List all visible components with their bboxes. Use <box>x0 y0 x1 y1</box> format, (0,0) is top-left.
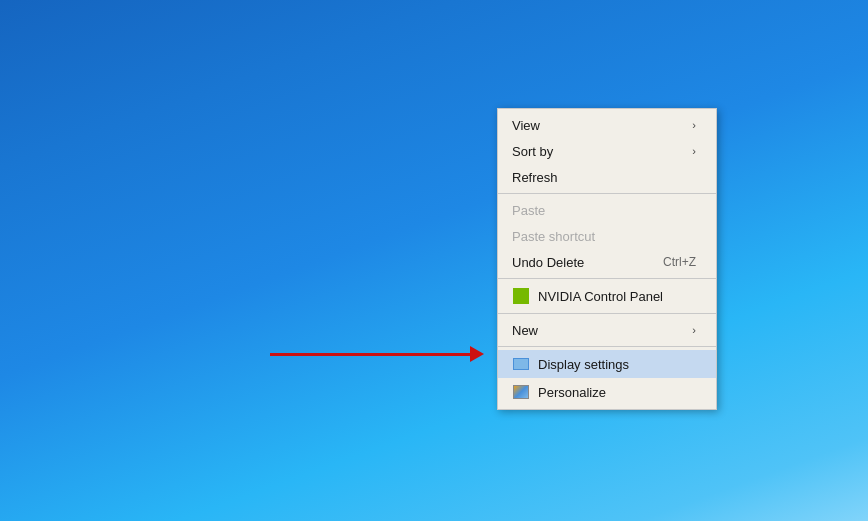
menu-item-paste-shortcut-label: Paste shortcut <box>512 229 696 244</box>
menu-item-paste-label: Paste <box>512 203 696 218</box>
menu-item-sort-by-label: Sort by <box>512 144 692 159</box>
menu-item-sort-by[interactable]: Sort by › <box>498 138 716 164</box>
arrow-head <box>470 346 484 362</box>
menu-item-paste-shortcut: Paste shortcut <box>498 223 716 249</box>
menu-item-undo-delete-label: Undo Delete <box>512 255 653 270</box>
personalize-icon-graphic <box>513 385 529 399</box>
separator-1 <box>498 193 716 194</box>
menu-item-nvidia-label: NVIDIA Control Panel <box>538 289 663 304</box>
menu-item-new-arrow: › <box>692 324 696 336</box>
arrow-line <box>270 353 470 356</box>
nvidia-icon-graphic <box>513 288 529 304</box>
menu-item-view-arrow: › <box>692 119 696 131</box>
menu-item-new-label: New <box>512 323 692 338</box>
separator-3 <box>498 313 716 314</box>
menu-item-display-settings-label: Display settings <box>538 357 629 372</box>
menu-item-display-left: Display settings <box>512 355 629 373</box>
menu-item-nvidia[interactable]: NVIDIA Control Panel <box>498 282 716 310</box>
menu-item-personalize-label: Personalize <box>538 385 606 400</box>
menu-item-nvidia-left: NVIDIA Control Panel <box>512 287 663 305</box>
menu-item-personalize[interactable]: Personalize <box>498 378 716 406</box>
menu-item-view-label: View <box>512 118 692 133</box>
menu-item-refresh[interactable]: Refresh <box>498 164 716 190</box>
menu-item-display-settings[interactable]: Display settings <box>498 350 716 378</box>
desktop: View › Sort by › Refresh Paste Paste sho… <box>0 0 868 521</box>
menu-item-undo-delete-shortcut: Ctrl+Z <box>663 255 696 269</box>
separator-2 <box>498 278 716 279</box>
menu-item-new[interactable]: New › <box>498 317 716 343</box>
pointer-arrow <box>270 349 490 359</box>
menu-item-paste: Paste <box>498 197 716 223</box>
menu-item-refresh-label: Refresh <box>512 170 696 185</box>
separator-4 <box>498 346 716 347</box>
display-settings-icon <box>512 355 530 373</box>
menu-item-view[interactable]: View › <box>498 112 716 138</box>
menu-item-undo-delete[interactable]: Undo Delete Ctrl+Z <box>498 249 716 275</box>
context-menu: View › Sort by › Refresh Paste Paste sho… <box>497 108 717 410</box>
nvidia-icon <box>512 287 530 305</box>
personalize-icon <box>512 383 530 401</box>
menu-item-sort-by-arrow: › <box>692 145 696 157</box>
menu-item-personalize-left: Personalize <box>512 383 606 401</box>
display-icon-graphic <box>513 358 529 370</box>
